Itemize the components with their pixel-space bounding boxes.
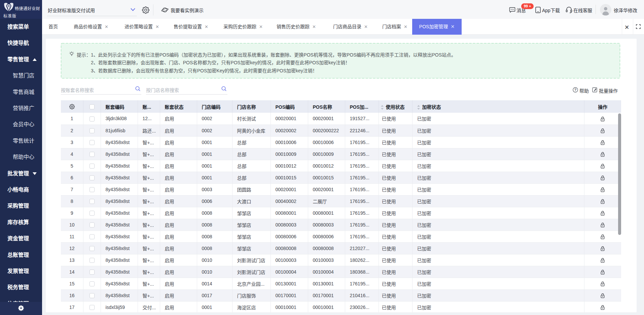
svg-text:?: ? [574,88,576,92]
